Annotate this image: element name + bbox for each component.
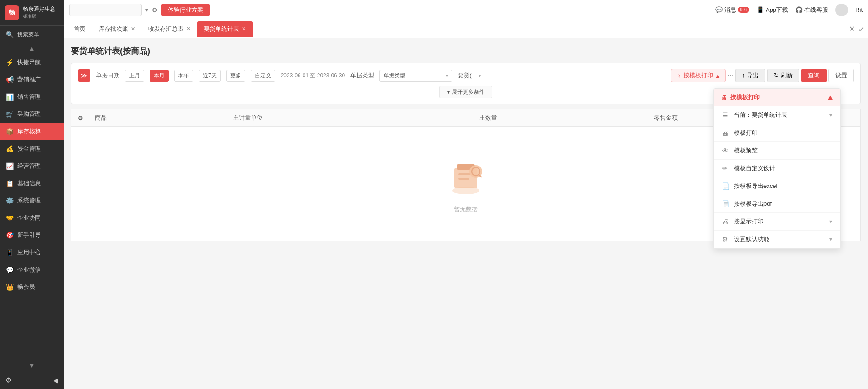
settings-icon[interactable]: ⚙ xyxy=(5,376,12,384)
print-dropdown-panel: 🖨 按模板打印 ▲ ☰ 当前：要货单统计表 ▾ 🖨 模板打印 👁 模板预览 ✏ xyxy=(713,88,841,249)
logo-name: 畅康通好生意 xyxy=(23,6,55,13)
tab-batch-account-close[interactable]: ✕ xyxy=(131,26,135,32)
header-search-input[interactable] xyxy=(69,4,142,16)
dropdown-template-preview[interactable]: 👁 模板预览 xyxy=(714,142,840,160)
sidebar-item-inventory[interactable]: 📦 库存核算 xyxy=(0,123,64,140)
sidebar-item-label: 快捷导航 xyxy=(17,58,41,66)
tab-expand[interactable]: ⤢ xyxy=(858,25,864,33)
sidebar-item-quick-nav[interactable]: ⚡ 快捷导航 xyxy=(0,54,64,71)
doc-type-select[interactable]: 单据类型 ▾ xyxy=(379,70,452,82)
dropdown-title-label: 按模板打印 xyxy=(730,93,760,101)
header-chevron-icon[interactable]: ▾ xyxy=(145,7,148,13)
filter-toggle-btn[interactable]: ≫ xyxy=(78,69,90,82)
date-btn-this-year[interactable]: 本年 xyxy=(174,70,193,82)
sidebar-item-enterprise[interactable]: 🤝 企业协同 xyxy=(0,209,64,227)
sidebar-logo: 畅 畅康通好生意 标准版 xyxy=(0,0,64,26)
more-options-icon[interactable]: ··· xyxy=(728,71,733,80)
tab-batch-account[interactable]: 库存批次账 ✕ xyxy=(92,21,142,37)
date-btn-custom[interactable]: 自定义 xyxy=(251,70,275,82)
system-icon: ⚙️ xyxy=(5,197,14,205)
operations-icon: 📈 xyxy=(5,162,14,170)
dropdown-close-button[interactable]: ▲ xyxy=(827,93,834,101)
dropdown-title: 🖨 按模板打印 xyxy=(720,93,760,101)
finance-icon: 💰 xyxy=(5,145,14,153)
print-arrow-icon: ▲ xyxy=(715,72,721,79)
dropdown-default-func[interactable]: ⚙ 设置默认功能 ▾ xyxy=(714,231,840,248)
filter-row: ≫ 单据日期 上月 本月 本年 近7天 更多 自定义 2023-06-01 至 … xyxy=(78,69,854,82)
empty-icon xyxy=(443,154,489,200)
template-print-label: 模板打印 xyxy=(734,129,832,137)
current-template-arrow: ▾ xyxy=(829,112,832,118)
sidebar-item-label: 基础信息 xyxy=(17,179,41,187)
date-btn-this-month[interactable]: 本月 xyxy=(150,70,169,82)
sidebar-search[interactable]: 🔍 搜索菜单 xyxy=(0,26,64,43)
order-cat-select[interactable]: ▾ xyxy=(477,73,481,78)
dropdown-display-print[interactable]: 🖨 按显示打印 ▾ xyxy=(714,213,840,231)
sidebar-item-label: 销售管理 xyxy=(17,93,41,101)
tab-order-summary-close[interactable]: ✕ xyxy=(242,26,246,32)
expand-icon: ▾ xyxy=(447,89,450,96)
sidebar-item-marketing[interactable]: 📢 营销推广 xyxy=(0,71,64,88)
tabs-right: ✕ ⤢ xyxy=(849,25,864,33)
dropdown-export-excel[interactable]: 📄 按模板导出excel xyxy=(714,177,840,195)
tab-order-summary[interactable]: 要货单统计表 ✕ xyxy=(197,21,253,37)
collapse-icon[interactable]: ◀ xyxy=(53,377,58,384)
message-label: 消息 xyxy=(724,6,736,14)
app-download-button[interactable]: 📱 App下载 xyxy=(757,6,788,14)
header-gear-icon[interactable]: ⚙ xyxy=(152,6,158,14)
svg-rect-4 xyxy=(458,178,469,180)
filter-toggle-icon: ≫ xyxy=(81,72,88,79)
settings-button[interactable]: 设置 xyxy=(828,69,854,82)
sidebar-item-newbie[interactable]: 🎯 新手引导 xyxy=(0,227,64,244)
sidebar-item-app-center[interactable]: 📱 应用中心 xyxy=(0,244,64,261)
sidebar-item-finance[interactable]: 💰 资金管理 xyxy=(0,140,64,157)
tab-home[interactable]: 首页 xyxy=(67,21,92,37)
customer-service-button[interactable]: 🎧 在线客服 xyxy=(795,6,828,14)
sidebar-item-system[interactable]: ⚙️ 系统管理 xyxy=(0,192,64,209)
enterprise-icon: 🤝 xyxy=(5,214,14,222)
sidebar-item-vip[interactable]: 👑 畅会员 xyxy=(0,278,64,296)
trial-button[interactable]: 体验行业方案 xyxy=(161,4,210,16)
expand-filters-button[interactable]: ▾ 展开更多条件 xyxy=(439,86,492,98)
sidebar-nav: ⚡ 快捷导航 📢 营销推广 📊 销售管理 🛒 采购管理 📦 库存核算 💰 资金管… xyxy=(0,54,64,360)
export-button[interactable]: ↑ 导出 xyxy=(735,69,765,82)
sidebar-item-label: 资金管理 xyxy=(17,145,41,153)
dropdown-export-pdf[interactable]: 📄 按模板导出pdf xyxy=(714,195,840,213)
sidebar-item-enterprise-wechat[interactable]: 💬 企业微信 xyxy=(0,261,64,278)
query-button[interactable]: 查询 xyxy=(801,69,827,82)
refresh-button[interactable]: ↻ 刷新 xyxy=(767,69,799,82)
tabs-bar: 首页 库存批次账 ✕ 收发存汇总表 ✕ 要货单统计表 ✕ ✕ ⤢ xyxy=(64,20,868,38)
sidebar-item-operations[interactable]: 📈 经营管理 xyxy=(0,157,64,175)
search-icon: 🔍 xyxy=(5,30,14,39)
col-unit: 主计量单位 xyxy=(228,109,474,127)
print-template-button[interactable]: 🖨 按模板打印 ▲ xyxy=(671,69,726,82)
date-btn-last-month[interactable]: 上月 xyxy=(125,70,144,82)
sidebar-scroll-up[interactable]: ▲ xyxy=(0,43,64,54)
message-button[interactable]: 💬 消息 99+ xyxy=(715,6,749,14)
tab-receipt-summary-close[interactable]: ✕ xyxy=(186,26,190,32)
template-custom-icon: ✏ xyxy=(722,165,729,172)
tab-receipt-summary[interactable]: 收发存汇总表 ✕ xyxy=(142,21,197,37)
dropdown-template-print[interactable]: 🖨 模板打印 xyxy=(714,124,840,142)
sidebar-scroll-down[interactable]: ▼ xyxy=(0,360,64,371)
avatar[interactable] xyxy=(835,4,848,16)
logo-icon: 畅 xyxy=(5,5,19,20)
toolbar-actions: 🖨 按模板打印 ▲ ··· ↑ 导出 ↻ 刷新 查询 设置 xyxy=(671,69,854,82)
sidebar-item-basic-info[interactable]: 📋 基础信息 xyxy=(0,175,64,192)
empty-text: 暂无数据 xyxy=(454,205,478,213)
date-btn-7days[interactable]: 近7天 xyxy=(199,70,221,82)
tab-close-all[interactable]: ✕ xyxy=(849,25,855,33)
sidebar-item-label: 新手引导 xyxy=(17,231,41,239)
date-btn-more[interactable]: 更多 xyxy=(226,70,245,82)
col-settings[interactable]: ⚙ xyxy=(71,109,90,127)
logo-badge: 标准版 xyxy=(23,13,55,20)
quick-nav-icon: ⚡ xyxy=(5,58,14,66)
dropdown-current-template[interactable]: ☰ 当前：要货单统计表 ▾ xyxy=(714,106,840,124)
customer-service-label: 在线客服 xyxy=(804,6,828,14)
template-print-icon: 🖨 xyxy=(722,129,729,136)
sidebar-item-purchase[interactable]: 🛒 采购管理 xyxy=(0,106,64,123)
customer-service-icon: 🎧 xyxy=(795,6,803,13)
display-print-arrow: ▾ xyxy=(829,218,832,225)
dropdown-template-custom[interactable]: ✏ 模板自定义设计 xyxy=(714,160,840,177)
sidebar-item-sales[interactable]: 📊 销售管理 xyxy=(0,88,64,106)
